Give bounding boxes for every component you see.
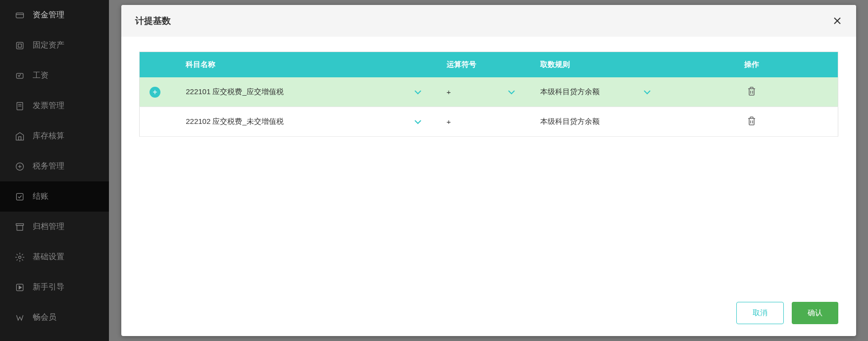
sidebar-item-inventory[interactable]: 库存核算 bbox=[0, 121, 109, 151]
sidebar-item-assets[interactable]: 固定资产 bbox=[0, 30, 109, 60]
modal-title: 计提基数 bbox=[135, 15, 171, 27]
cell-operator[interactable]: + bbox=[437, 107, 531, 137]
cancel-button[interactable]: 取消 bbox=[736, 302, 784, 324]
confirm-button[interactable]: 确认 bbox=[792, 302, 838, 324]
col-header-action: 操作 bbox=[666, 52, 838, 78]
sidebar-item-label: 税务管理 bbox=[33, 161, 64, 171]
sidebar-item-label: 工资 bbox=[33, 70, 49, 81]
gear-icon bbox=[15, 252, 25, 262]
trash-icon bbox=[747, 86, 756, 96]
accrual-table: 科目名称 运算符号 取数规则 操作 + 222101 应交税费_应交增值税 bbox=[139, 52, 838, 137]
cell-action bbox=[666, 107, 838, 137]
sidebar: 资金管理 固定资产 工资 发票管理 库存核算 税务管理 结账 bbox=[0, 0, 109, 341]
delete-button[interactable] bbox=[747, 116, 756, 126]
inventory-icon bbox=[15, 131, 25, 141]
subject-value: 222101 应交税费_应交增值税 bbox=[186, 87, 284, 97]
cell-operator[interactable]: + bbox=[437, 77, 531, 107]
tax-icon bbox=[15, 162, 25, 171]
operator-value: + bbox=[447, 117, 451, 126]
close-icon bbox=[833, 17, 841, 25]
cell-subject[interactable]: 222101 应交税费_应交增值税 bbox=[176, 77, 436, 107]
chevron-down-icon bbox=[414, 119, 422, 124]
cell-rule[interactable]: 本级科目贷方余额 bbox=[530, 107, 666, 137]
sidebar-item-label: 库存核算 bbox=[33, 131, 64, 141]
svg-rect-0 bbox=[16, 13, 24, 18]
rule-value: 本级科目贷方余额 bbox=[540, 87, 600, 97]
table-row: 222102 应交税费_未交增值税 + 本级科目贷方余额 bbox=[140, 107, 838, 137]
svg-rect-3 bbox=[18, 44, 22, 47]
modal-header: 计提基数 bbox=[121, 5, 856, 37]
operator-value: + bbox=[447, 88, 451, 96]
chevron-down-icon bbox=[414, 90, 422, 95]
col-header-add bbox=[140, 52, 176, 78]
col-header-operator: 运算符号 bbox=[437, 52, 531, 78]
sidebar-item-label: 发票管理 bbox=[33, 101, 64, 111]
money-icon bbox=[15, 10, 25, 20]
svg-rect-10 bbox=[16, 193, 23, 200]
delete-button[interactable] bbox=[747, 86, 756, 96]
sidebar-item-settings[interactable]: 基础设置 bbox=[0, 242, 109, 272]
sidebar-item-invoice[interactable]: 发票管理 bbox=[0, 91, 109, 121]
rule-value: 本级科目贷方余额 bbox=[540, 117, 600, 125]
sidebar-item-funds[interactable]: 资金管理 bbox=[0, 0, 109, 30]
cell-action bbox=[666, 77, 838, 107]
sidebar-item-label: 畅会员 bbox=[33, 312, 56, 323]
sidebar-item-closing[interactable]: 结账 bbox=[0, 181, 109, 212]
chevron-down-icon bbox=[508, 90, 515, 95]
col-header-subject: 科目名称 bbox=[176, 52, 436, 78]
close-button[interactable] bbox=[832, 16, 842, 26]
svg-point-13 bbox=[19, 256, 21, 258]
trash-icon bbox=[747, 116, 756, 126]
cell-add: + bbox=[140, 77, 176, 107]
accrual-base-modal: 计提基数 科目名称 运算符号 取数规则 操作 + bbox=[121, 5, 856, 336]
add-row-button[interactable]: + bbox=[150, 87, 160, 98]
sidebar-item-label: 资金管理 bbox=[33, 10, 64, 20]
sidebar-item-salary[interactable]: 工资 bbox=[0, 60, 109, 91]
cell-add bbox=[140, 107, 176, 137]
asset-icon bbox=[15, 41, 25, 51]
chevron-down-icon bbox=[643, 90, 651, 95]
archive-icon bbox=[15, 222, 25, 232]
sidebar-item-archive[interactable]: 归档管理 bbox=[0, 212, 109, 242]
sidebar-item-label: 归档管理 bbox=[33, 222, 64, 232]
sidebar-item-label: 结账 bbox=[33, 191, 49, 202]
sidebar-item-member[interactable]: 畅会员 bbox=[0, 302, 109, 333]
cell-rule[interactable]: 本级科目贷方余额 bbox=[530, 77, 666, 107]
table-row: + 222101 应交税费_应交增值税 + bbox=[140, 77, 838, 107]
sidebar-item-label: 固定资产 bbox=[33, 40, 64, 51]
sidebar-item-tax[interactable]: 税务管理 bbox=[0, 151, 109, 181]
modal-body: 科目名称 运算符号 取数规则 操作 + 222101 应交税费_应交增值税 bbox=[121, 37, 856, 292]
svg-marker-15 bbox=[19, 285, 21, 289]
svg-rect-8 bbox=[19, 136, 21, 140]
invoice-icon bbox=[15, 101, 25, 111]
svg-rect-2 bbox=[16, 42, 23, 49]
modal-footer: 取消 确认 bbox=[121, 292, 856, 336]
cell-subject[interactable]: 222102 应交税费_未交增值税 bbox=[176, 107, 436, 137]
sidebar-item-guide[interactable]: 新手引导 bbox=[0, 272, 109, 302]
salary-icon bbox=[15, 71, 25, 81]
member-icon bbox=[15, 313, 25, 323]
closing-icon bbox=[15, 192, 25, 202]
sidebar-item-label: 新手引导 bbox=[33, 282, 64, 292]
subject-value: 222102 应交税费_未交增值税 bbox=[186, 117, 284, 126]
sidebar-item-label: 基础设置 bbox=[33, 252, 64, 262]
guide-icon bbox=[15, 283, 25, 292]
svg-rect-12 bbox=[17, 225, 23, 230]
col-header-rule: 取数规则 bbox=[530, 52, 666, 78]
